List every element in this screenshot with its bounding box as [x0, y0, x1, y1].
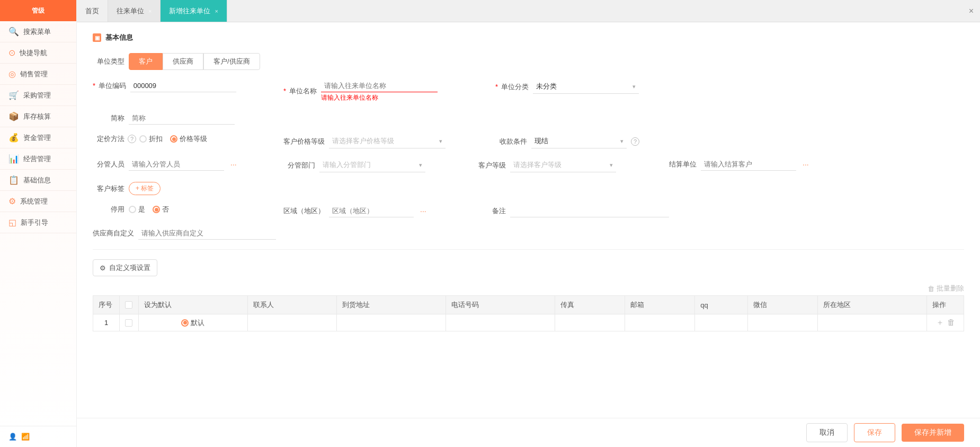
- supplier-custom-input[interactable]: [138, 227, 276, 240]
- required-star2: *: [283, 87, 286, 95]
- remark-input[interactable]: [510, 205, 669, 217]
- row-default-radio[interactable]: 默认: [144, 318, 242, 328]
- col-default: 设为默认: [139, 296, 248, 314]
- radio-dot-no: [155, 208, 158, 212]
- search-icon: 🔍: [8, 27, 19, 37]
- add-tag-button[interactable]: + 标签: [129, 182, 161, 195]
- batch-delete-area: 🗑 批量删除: [93, 284, 964, 293]
- radio-circle-no: [153, 206, 160, 213]
- tab-home[interactable]: 首页: [77, 0, 108, 22]
- region-input[interactable]: [329, 205, 414, 217]
- type-btn-customer[interactable]: 客户: [129, 53, 163, 70]
- sidebar-item-sales[interactable]: ◎ 销售管理: [0, 64, 76, 85]
- tab-new-counterparty-close[interactable]: ×: [215, 8, 218, 14]
- chevron-down-icon3: ▾: [620, 138, 623, 145]
- custom-settings-label: 自定义项设置: [109, 263, 150, 273]
- tab-new-counterparty[interactable]: 新增往来单位 ×: [161, 0, 227, 22]
- sidebar-item-purchase[interactable]: 🛒 采购管理: [0, 85, 76, 106]
- required-star3: *: [495, 83, 498, 91]
- short-name-group: 简称: [93, 112, 964, 125]
- table-row: 1 默认: [93, 314, 964, 331]
- table-header: 序号 设为默认 联系人 到货地址 电话号码 传真 邮箱 qq 微信 所在地区 操…: [93, 296, 964, 314]
- disabled-row: 停用 是 否 区域（地区） ···: [93, 205, 964, 217]
- settlement-unit-dots-btn[interactable]: ···: [800, 160, 811, 169]
- sidebar-item-search[interactable]: 🔍 搜索菜单: [0, 21, 76, 42]
- unit-category-label: * 单位分类: [495, 82, 529, 92]
- radio-circle-level: [170, 135, 177, 143]
- manager-input[interactable]: [129, 158, 224, 171]
- settlement-unit-input[interactable]: [701, 158, 796, 171]
- save-button[interactable]: 保存: [854, 423, 895, 442]
- pricing-discount-label: 折扣: [149, 134, 163, 144]
- sidebar-item-label: 经营管理: [23, 154, 51, 164]
- type-btn-both[interactable]: 客户/供应商: [203, 53, 260, 70]
- short-name-row: 简称: [93, 112, 964, 125]
- unit-type-btn-group: 客户 供应商 客户/供应商: [129, 53, 260, 70]
- unit-code-input[interactable]: [130, 80, 236, 92]
- region-dots-btn[interactable]: ···: [418, 207, 429, 215]
- pricing-help-icon[interactable]: ?: [128, 135, 136, 143]
- row-add-btn[interactable]: ＋: [936, 318, 944, 328]
- manager-dots-btn[interactable]: ···: [228, 160, 239, 169]
- sidebar-item-guide[interactable]: ◱ 新手引导: [0, 212, 76, 233]
- sidebar-item-inventory[interactable]: 📦 库存核算: [0, 106, 76, 127]
- window-close-button[interactable]: ×: [969, 6, 974, 16]
- supplier-custom-group: 供应商自定义: [93, 227, 964, 240]
- row-region: [818, 314, 927, 331]
- disabled-yes[interactable]: 是: [129, 205, 145, 214]
- manager-label: 分管人员: [93, 160, 124, 169]
- row-delete-btn[interactable]: 🗑: [947, 318, 955, 328]
- customer-level-select[interactable]: 请选择客户等级 ▾: [510, 158, 616, 172]
- unit-category-select[interactable]: 未分类 ▾: [533, 80, 639, 94]
- tab-counterparty-close[interactable]: ×: [148, 8, 152, 14]
- short-name-input[interactable]: [129, 112, 235, 125]
- col-wechat: 微信: [748, 296, 818, 314]
- sidebar-item-quicknav[interactable]: ⊙ 快捷导航: [0, 42, 76, 64]
- unit-name-input[interactable]: [321, 80, 438, 92]
- pricing-row: 定价方法 ? 折扣 价格等级 客户价格等级: [93, 134, 964, 148]
- row-checkbox[interactable]: [125, 319, 132, 327]
- pricing-level[interactable]: 价格等级: [170, 134, 207, 144]
- chevron-down-icon2: ▾: [439, 138, 442, 145]
- tab-counterparty[interactable]: 往来单位 ×: [108, 0, 161, 22]
- sidebar-item-operations[interactable]: 📊 经营管理: [0, 148, 76, 170]
- customer-level-placeholder: 请选择客户等级: [513, 160, 562, 170]
- header-checkbox[interactable]: [125, 301, 132, 309]
- pricing-discount[interactable]: 折扣: [139, 134, 163, 144]
- sidebar-item-label: 资金管理: [23, 133, 51, 143]
- disabled-no[interactable]: 否: [153, 205, 169, 214]
- department-select[interactable]: 请输入分管部门 ▾: [319, 158, 425, 172]
- save-new-button[interactable]: 保存并新增: [902, 424, 964, 442]
- payment-help-icon[interactable]: ?: [631, 137, 639, 146]
- row-action-group: ＋ 🗑: [932, 318, 958, 328]
- sidebar-item-baseinfo[interactable]: 📋 基础信息: [0, 170, 76, 191]
- tab-new-counterparty-label: 新增往来单位: [169, 6, 210, 16]
- customer-price-level-select[interactable]: 请选择客户价格等级 ▾: [329, 134, 446, 148]
- purchase-icon: 🛒: [8, 90, 19, 100]
- sidebar-item-finance[interactable]: 💰 资金管理: [0, 127, 76, 148]
- sidebar: 管级 🔍 搜索菜单 ⊙ 快捷导航 ◎ 销售管理 🛒 采购管理 📦 库存核算 💰 …: [0, 0, 77, 447]
- cancel-button[interactable]: 取消: [806, 423, 848, 442]
- payment-terms-select[interactable]: 现结 ▾: [531, 134, 627, 148]
- chevron-down-icon5: ▾: [610, 162, 613, 169]
- unit-type-row: 单位类型 客户 供应商 客户/供应商: [93, 53, 964, 70]
- col-phone: 电话号码: [446, 296, 555, 314]
- type-btn-supplier[interactable]: 供应商: [163, 53, 203, 70]
- custom-settings-button[interactable]: ⚙ 自定义项设置: [93, 259, 157, 276]
- settlement-unit-label: 结算单位: [665, 160, 697, 169]
- department-group: 分管部门 请输入分管部门 ▾: [283, 158, 474, 172]
- pricing-level-label: 价格等级: [180, 134, 207, 144]
- row-default: 默认: [139, 314, 248, 331]
- tab-home-label: 首页: [85, 6, 99, 16]
- main-area: 首页 往来单位 × 新增往来单位 × × ▣ 基本信息 单位类型 客户 供应商 …: [77, 0, 980, 447]
- row-seq: 1: [93, 314, 120, 331]
- row-contact: [247, 314, 337, 331]
- customer-price-level-label: 客户价格等级: [283, 137, 325, 146]
- sidebar-item-system[interactable]: ⚙ 系统管理: [0, 191, 76, 212]
- col-address: 到货地址: [337, 296, 446, 314]
- sidebar-item-label: 新手引导: [21, 218, 48, 227]
- unit-code-label: * 单位编码: [93, 81, 126, 91]
- tab-counterparty-label: 往来单位: [117, 6, 144, 16]
- sidebar-item-label: 库存核算: [23, 112, 51, 121]
- sidebar-item-label: 采购管理: [23, 91, 51, 100]
